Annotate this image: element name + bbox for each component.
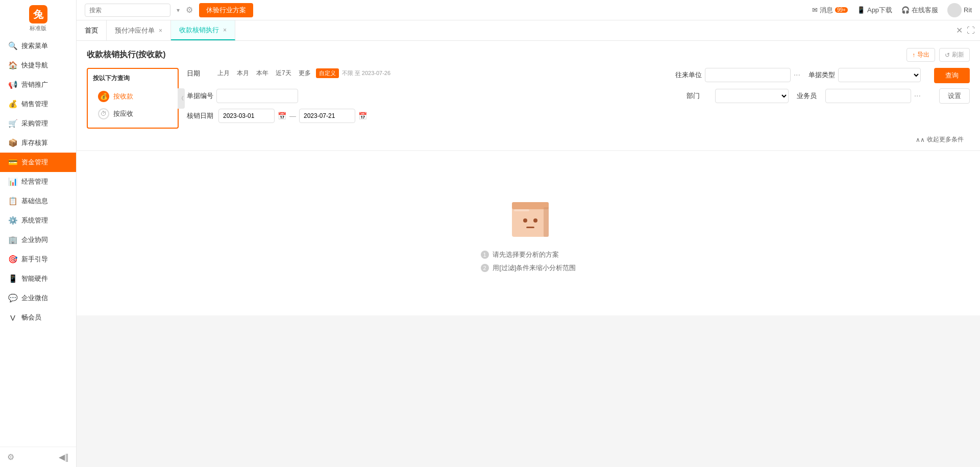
dept-field: 部门 — [687, 89, 789, 103]
user-menu[interactable]: Rit — [947, 3, 972, 17]
collapse-more-button[interactable]: ∧∧ 收起更多条件 — [910, 133, 970, 146]
doc-no-input[interactable] — [216, 89, 298, 103]
sidebar-nav: 🔍 搜索菜单 🏠 快捷导航 📢 营销推广 💰 销售管理 🛒 采购管理 📦 库存核… — [0, 36, 76, 447]
sidebar-item-label: 经营管理 — [21, 177, 48, 186]
export-button[interactable]: ↑ 导出 — [906, 48, 935, 62]
app-download-button[interactable]: 📱 App下载 — [857, 6, 892, 15]
this-month-btn[interactable]: 本月 — [235, 68, 251, 79]
tab-home-label: 首页 — [85, 26, 98, 35]
writeoff-date-start-calendar-icon[interactable]: 📅 — [278, 112, 286, 120]
header-dropdown-icon[interactable]: ▾ — [177, 7, 180, 14]
this-year-btn[interactable]: 本年 — [254, 68, 271, 79]
header-settings-icon[interactable]: ⚙ — [186, 5, 193, 15]
header-search-input[interactable] — [85, 4, 170, 17]
app-logo-icon: 兔 — [29, 5, 47, 23]
sidebar-item-operations[interactable]: 📊 经营管理 — [0, 172, 76, 191]
more-date-btn[interactable]: 更多 — [297, 68, 313, 79]
svg-point-6 — [533, 218, 537, 223]
doc-type-select[interactable] — [838, 68, 921, 82]
settings-footer-icon[interactable]: ⚙ — [7, 452, 14, 462]
sidebar-item-wechat[interactable]: 💬 企业微信 — [0, 288, 76, 308]
custom-date-btn[interactable]: 自定义 — [316, 68, 339, 78]
tab-home[interactable]: 首页 — [77, 20, 107, 40]
empty-illustration — [503, 192, 554, 238]
query-button[interactable]: 查询 — [934, 68, 970, 83]
industry-solution-button[interactable]: 休验行业方案 — [199, 3, 253, 17]
by-receivable-label: 按应收 — [113, 109, 133, 118]
sidebar-item-enterprise[interactable]: 🏢 企业协同 — [0, 230, 76, 250]
date-buttons: 上月 本月 本年 近7天 更多 自定义 — [215, 68, 339, 79]
page-title: 收款核销执行(按收款) — [87, 50, 166, 60]
online-service-icon: 🎧 — [901, 6, 910, 14]
online-service-button[interactable]: 🎧 在线客服 — [901, 6, 938, 15]
page-header-actions: ↑ 导出 ↺ 刷新 — [906, 48, 970, 62]
sidebar-item-vip[interactable]: V 畅会员 — [0, 308, 76, 327]
tip-num-1: 1 — [481, 251, 489, 259]
tab-actions: ✕ ⛶ — [951, 20, 980, 40]
writeoff-date-end-input[interactable] — [299, 109, 355, 123]
enterprise-icon: 🏢 — [8, 235, 17, 244]
tab-close-all-button[interactable]: ✕ — [956, 26, 963, 35]
setting-button[interactable]: 设置 — [939, 88, 970, 104]
staff-input[interactable] — [825, 89, 911, 103]
refresh-button[interactable]: ↺ 刷新 — [939, 48, 970, 62]
tab-prepay-label: 预付冲应付单 — [115, 26, 155, 35]
filter-row-1: 日期 上月 本月 本年 近7天 更多 自定义 不限 至 2023-07-26 — [187, 68, 970, 83]
sidebar-item-label: 企业协同 — [21, 235, 48, 244]
refresh-icon: ↺ — [945, 52, 950, 59]
by-receipt-label: 按收款 — [113, 92, 133, 101]
counterparty-input[interactable] — [705, 68, 791, 82]
by-receivable-icon: ⏱ — [98, 108, 109, 119]
last-7-days-btn[interactable]: 近7天 — [274, 68, 293, 79]
filter-option-by-receipt[interactable]: 💰 按收款 — [93, 88, 173, 105]
guide-icon: 🎯 — [8, 255, 17, 264]
svg-point-5 — [523, 218, 527, 223]
tab-receipt-writeoff[interactable]: 收款核销执行 × — [171, 20, 235, 40]
sidebar-item-funds[interactable]: 💳 资金管理 — [0, 153, 76, 172]
message-label: 消息 — [820, 6, 833, 15]
collapse-sidebar-icon[interactable]: ◀‖ — [59, 452, 69, 462]
doc-type-label: 单据类型 — [808, 70, 835, 80]
sidebar-item-smart-hw[interactable]: 📱 智能硬件 — [0, 269, 76, 288]
staff-label: 业务员 — [797, 91, 822, 101]
query-btn-col: 查询 — [929, 68, 970, 83]
logo-subtitle: 标准版 — [30, 24, 46, 32]
message-icon: ✉ — [812, 6, 818, 14]
message-button[interactable]: ✉ 消息 99+ — [812, 6, 848, 15]
sidebar-item-sales[interactable]: 💰 销售管理 — [0, 94, 76, 114]
search-menu-icon: 🔍 — [8, 41, 17, 51]
tab-expand-button[interactable]: ⛶ — [967, 26, 975, 35]
counterparty-dots-icon[interactable]: ··· — [794, 70, 800, 80]
sidebar-item-search-menu[interactable]: 🔍 搜索菜单 — [0, 36, 76, 56]
sidebar-item-basic-info[interactable]: 📋 基础信息 — [0, 191, 76, 211]
sidebar-item-marketing[interactable]: 📢 营销推广 — [0, 75, 76, 94]
writeoff-date-start-input[interactable] — [218, 109, 275, 123]
filter-option-by-receivable[interactable]: ⏱ 按应收 — [93, 105, 173, 122]
writeoff-date-end-calendar-icon[interactable]: 📅 — [358, 112, 367, 120]
sidebar-item-label: 采购管理 — [21, 119, 48, 128]
staff-field: 业务员 ··· — [797, 89, 921, 103]
tab-prepay[interactable]: 预付冲应付单 × — [107, 20, 171, 40]
top-header: ▾ ⚙ 休验行业方案 ✉ 消息 99+ 📱 App下载 🎧 在线客服 Rit — [77, 0, 980, 20]
doc-no-label: 单据编号 — [187, 91, 213, 101]
empty-tip-2-text: 用[过滤]条件来缩小分析范围 — [493, 264, 576, 272]
online-service-label: 在线客服 — [912, 6, 938, 15]
sidebar-item-purchase[interactable]: 🛒 采购管理 — [0, 114, 76, 133]
last-month-btn[interactable]: 上月 — [215, 68, 232, 79]
staff-dots-icon[interactable]: ··· — [914, 91, 921, 101]
tab-bar: 首页 预付冲应付单 × 收款核销执行 × ✕ ⛶ — [77, 20, 980, 41]
sidebar-item-system[interactable]: ⚙️ 系统管理 — [0, 211, 76, 230]
svg-rect-3 — [512, 202, 549, 209]
sidebar-item-quick-nav[interactable]: 🏠 快捷导航 — [0, 56, 76, 75]
quick-nav-icon: 🏠 — [8, 61, 17, 70]
sidebar-item-guide[interactable]: 🎯 新手引导 — [0, 250, 76, 269]
collapse-panel-button[interactable]: 《 — [178, 88, 185, 109]
tab-receipt-writeoff-close-icon[interactable]: × — [223, 27, 227, 34]
sidebar-item-label: 营销推广 — [21, 80, 48, 89]
filter-form: 日期 上月 本月 本年 近7天 更多 自定义 不限 至 2023-07-26 — [187, 68, 970, 131]
sidebar-item-inventory[interactable]: 📦 库存核算 — [0, 133, 76, 153]
purchase-icon: 🛒 — [8, 119, 17, 128]
basic-info-icon: 📋 — [8, 196, 17, 206]
tab-prepay-close-icon[interactable]: × — [159, 27, 162, 34]
dept-select[interactable] — [715, 89, 789, 103]
